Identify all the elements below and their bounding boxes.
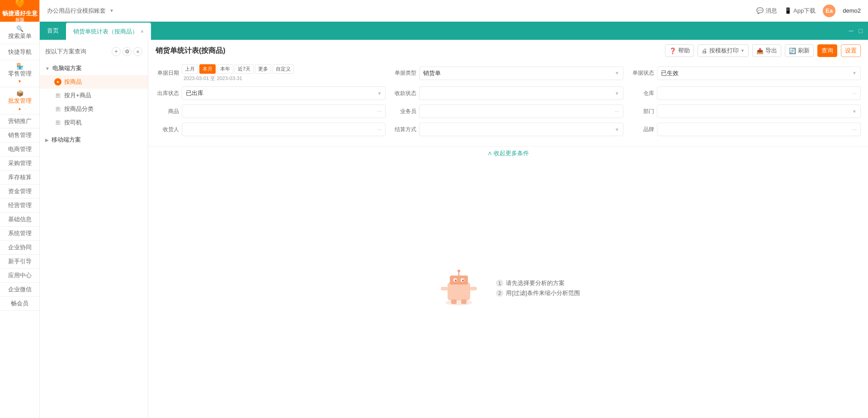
logo-icon: 🧡 <box>15 0 25 9</box>
warehouse-label: 仓库 <box>631 90 654 97</box>
payment-control[interactable]: ▼ <box>419 123 623 136</box>
sidebar-item-ecommerce[interactable]: 电商管理 <box>0 142 39 157</box>
sidebar-item-retail[interactable]: 🏪 零售管理 ▼ <box>0 60 39 87</box>
content-area: 按以下方案查询 + ⚙ « ▼ 电脑端方案 ● 按商品 图 按月+ <box>40 40 868 418</box>
print-dropdown-icon[interactable]: ▼ <box>741 48 745 53</box>
sidebar-ecommerce-label: 电商管理 <box>8 146 32 152</box>
filter-section: 单据日期 上月 本月 本年 近7天 更多 自定义 2023-03-01 至 20… <box>148 59 868 146</box>
sidebar-item-finance[interactable]: 资金管理 <box>0 185 39 199</box>
sidebar-item-wholesale[interactable]: 📦 批发管理 ▲ <box>0 87 39 114</box>
print-label: 按模板打印 <box>709 47 739 55</box>
date-custom-btn[interactable]: 自定义 <box>273 64 294 74</box>
filter-row-2: 出库状态 已出库 ▼ 收款状态 ▼ 仓库 <box>156 86 861 100</box>
logo-text: 畅捷通好生意 <box>2 10 38 17</box>
scheme-item-month-goods[interactable]: 图 按月+商品 <box>40 89 148 102</box>
brand-label: 品牌 <box>631 126 654 133</box>
tip-2-text: 用[过滤]条件来缩小分析范围 <box>506 289 580 297</box>
query-label: 查询 <box>821 47 833 55</box>
sidebar-item-wechat[interactable]: 企业微信 <box>0 283 39 297</box>
scheme-item-driver[interactable]: 图 按司机 <box>40 116 148 129</box>
scheme-goods-icon: ● <box>54 78 61 86</box>
panel-settings-btn[interactable]: ⚙ <box>123 47 132 56</box>
collapse-bar[interactable]: ∧ 收起更多条件 <box>148 146 868 160</box>
doc-status-control[interactable]: 已生效 ▼ <box>657 66 861 80</box>
tab-controls: ─ □ <box>847 25 868 36</box>
sidebar-item-basic[interactable]: 基础信息 <box>0 213 39 227</box>
app-download-action[interactable]: 📱 App下载 <box>784 7 816 15</box>
out-status-control[interactable]: 已出库 ▼ <box>182 86 386 100</box>
sidebar-item-guide[interactable]: 新手引导 <box>0 255 39 269</box>
workspace-dropdown-icon[interactable]: ▼ <box>109 8 114 13</box>
date-this-year-btn[interactable]: 本年 <box>217 64 233 74</box>
scheme-mobile-label[interactable]: ▶ 移动端方案 <box>40 133 148 147</box>
scheme-group-desktop: ▼ 电脑端方案 ● 按商品 图 按月+商品 图 按商品分类 图 按司机 <box>40 60 148 131</box>
quick-nav-label: 快捷导航 <box>8 48 32 55</box>
message-action[interactable]: 💬 消息 <box>756 7 777 15</box>
settings-btn[interactable]: 设置 <box>841 44 861 57</box>
panel-add-btn[interactable]: + <box>112 47 121 56</box>
svg-point-0 <box>445 300 472 305</box>
svg-rect-9 <box>441 287 448 290</box>
salesman-control[interactable]: ··· <box>419 104 623 118</box>
scheme-item-category[interactable]: 图 按商品分类 <box>40 102 148 116</box>
date-this-month-btn[interactable]: 本月 <box>199 64 216 74</box>
payment-label: 结算方式 <box>393 126 416 133</box>
sidebar-item-purchase[interactable]: 采购管理 <box>0 157 39 171</box>
consignee-control[interactable]: ··· <box>182 123 386 136</box>
tab-close-icon[interactable]: × <box>141 28 144 35</box>
avatar[interactable]: Ea <box>823 5 835 17</box>
sidebar-item-member[interactable]: 畅会员 <box>0 297 39 311</box>
header-left: 办公用品行业模拟账套 ▼ <box>47 7 114 15</box>
panel-collapse-btn[interactable]: « <box>133 47 142 56</box>
brand-control[interactable]: ··· <box>657 123 861 136</box>
query-btn[interactable]: 查询 <box>817 44 837 57</box>
receipt-status-control[interactable]: ▼ <box>419 86 623 100</box>
sidebar-item-apps[interactable]: 应用中心 <box>0 269 39 283</box>
scheme-group-mobile: ▶ 移动端方案 <box>40 131 148 148</box>
tab-home[interactable]: 首页 <box>40 22 66 40</box>
sidebar-item-sales[interactable]: 销售管理 <box>0 128 39 142</box>
doc-status-value: 已生效 <box>661 69 852 77</box>
sidebar-item-operations[interactable]: 经营管理 <box>0 199 39 213</box>
scheme-item-by-goods[interactable]: ● 按商品 <box>40 75 148 89</box>
payment-dropdown-icon: ▼ <box>615 127 619 132</box>
filter-row-3: 商品 ··· 业务员 ··· 部门 <box>156 104 861 118</box>
receipt-status-dropdown-icon: ▼ <box>615 91 619 96</box>
date-last-month-btn[interactable]: 上月 <box>182 64 198 74</box>
refresh-btn[interactable]: 🔄 刷新 <box>785 44 814 57</box>
panel-header: 按以下方案查询 + ⚙ « <box>40 43 148 60</box>
date-more-btn[interactable]: 更多 <box>255 64 271 74</box>
goods-control[interactable]: ··· <box>182 104 386 118</box>
logo-area: 🧡 畅捷通好生意 标版 <box>0 0 39 22</box>
sidebar-quick-nav[interactable]: 快捷导航 <box>0 44 39 60</box>
out-status-value: 已出库 <box>186 89 377 97</box>
scheme-desktop-label[interactable]: ▼ 电脑端方案 <box>40 62 148 75</box>
sidebar-item-system[interactable]: 系统管理 <box>0 227 39 241</box>
print-icon: 🖨 <box>702 48 708 54</box>
right-panel: 销货单统计表(按商品) ❓ 帮助 🖨 按模板打印 ▼ 📤 导出 <box>148 40 868 418</box>
export-btn[interactable]: 📤 导出 <box>752 44 781 57</box>
sidebar-item-inventory[interactable]: 库存核算 <box>0 171 39 185</box>
payment-field: 结算方式 ▼ <box>393 123 623 136</box>
help-btn[interactable]: ❓ 帮助 <box>665 44 694 57</box>
empty-tip-2: 2 用[过滤]条件来缩小分析范围 <box>496 289 580 297</box>
sidebar-search[interactable]: 🔍 搜索菜单 <box>0 22 39 44</box>
print-btn[interactable]: 🖨 按模板打印 ▼ <box>698 44 749 57</box>
doc-type-control[interactable]: 销货单 ▼ <box>419 66 623 80</box>
warehouse-control[interactable]: ··· <box>657 86 861 100</box>
tab-maximize-icon[interactable]: □ <box>857 25 864 36</box>
expand-desktop-icon: ▼ <box>45 66 50 71</box>
consignee-more-icon: ··· <box>377 126 382 133</box>
sidebar: 🧡 畅捷通好生意 标版 🔍 搜索菜单 快捷导航 🏪 零售管理 ▼ 📦 批发管理 … <box>0 0 40 418</box>
sidebar-item-enterprise[interactable]: 企业协同 <box>0 241 39 255</box>
sidebar-item-marketing[interactable]: 营销推广 <box>0 114 39 128</box>
scheme-month-goods-icon: 图 <box>54 92 61 99</box>
date-last7-btn[interactable]: 近7天 <box>235 64 254 74</box>
filter-row-4: 收货人 ··· 结算方式 ▼ 品牌 <box>156 123 861 136</box>
tab-minimize-icon[interactable]: ─ <box>847 25 855 36</box>
scheme-driver-icon: 图 <box>54 119 61 126</box>
dept-control[interactable]: ▼ <box>657 104 861 118</box>
message-label: 消息 <box>765 7 777 15</box>
warehouse-more-icon: ··· <box>852 90 857 96</box>
tab-sales-stat[interactable]: 销货单统计表（按商品） × <box>66 23 151 41</box>
